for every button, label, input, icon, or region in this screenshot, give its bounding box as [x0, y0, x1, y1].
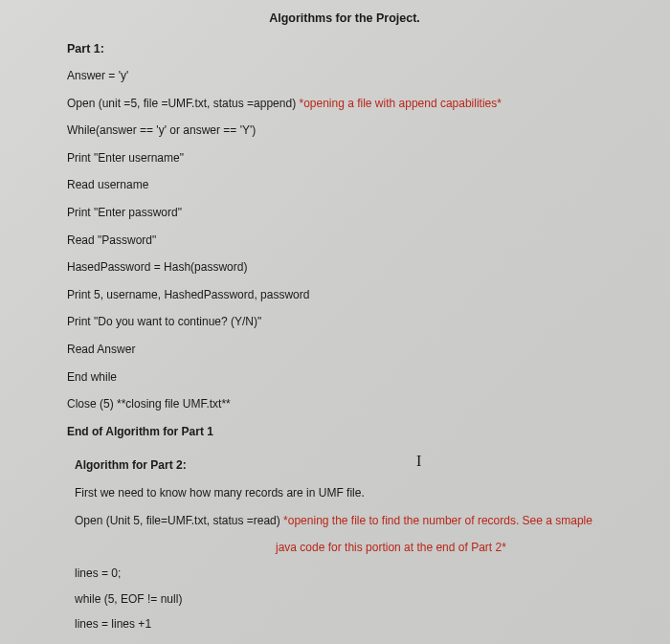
code-comment-cont: java code for this portion at the end of…: [276, 541, 622, 554]
code-line: lines = lines +1: [75, 617, 622, 633]
code-text: While(answer == 'y' or answer == 'Y'): [67, 123, 256, 137]
code-line: Read "Password": [67, 233, 622, 249]
part1-header: Part 1:: [67, 42, 622, 56]
code-line: Print "Enter username": [67, 151, 622, 167]
code-text: Print "Enter password": [67, 206, 182, 219]
text-cursor: I: [416, 453, 421, 470]
code-text: HasedPassword = Hash(password): [67, 260, 247, 274]
code-line: HasedPassword = Hash(password): [67, 260, 622, 276]
code-line: Print "Enter password": [67, 206, 622, 221]
code-text: Read Answer: [67, 343, 135, 356]
code-text: Print 5, username, HashedPassword, passw…: [67, 288, 309, 301]
code-text: Read username: [67, 178, 148, 191]
code-text: Print "Enter username": [67, 151, 184, 165]
code-line: Answer = 'y': [67, 69, 622, 84]
code-line: End while: [67, 370, 622, 386]
code-line: Print 5, username, HashedPassword, passw…: [67, 288, 622, 303]
code-line: Read Answer: [67, 343, 622, 358]
code-comment: *opening a file with append capabilities…: [299, 97, 501, 110]
part2-block: I Algorithm for Part 2: First we need to…: [67, 458, 622, 644]
code-text: Open (Unit 5, file=UMF.txt, status =read…: [75, 514, 283, 527]
document-page: Algorithms for the Project. Part 1: Answ…: [0, 11, 670, 644]
page-title: Algorithms for the Project.: [67, 11, 622, 25]
part2-header: Algorithm for Part 2:: [75, 458, 622, 474]
code-text: End of Algorithm for Part 1: [67, 425, 213, 438]
code-line: while (5, EOF != null): [75, 592, 622, 608]
code-line: Read username: [67, 178, 622, 193]
code-text: Answer = 'y': [67, 69, 128, 82]
code-comment: *opening the file to find the number of …: [283, 514, 592, 527]
code-text: Open (unit =5, file =UMF.txt, status =ap…: [67, 97, 299, 110]
intro-line: First we need to know how many records a…: [75, 486, 622, 501]
code-line: While(answer == 'y' or answer == 'Y'): [67, 123, 622, 139]
code-line: Open (unit =5, file =UMF.txt, status =ap…: [67, 97, 622, 112]
code-text: Print "Do you want to continue? (Y/N)": [67, 315, 261, 328]
code-text: Close (5) **closing file UMF.txt**: [67, 397, 231, 411]
code-line: Close (5) **closing file UMF.txt**: [67, 397, 622, 412]
code-text: End while: [67, 370, 117, 384]
code-text: Read "Password": [67, 233, 156, 247]
code-line: Print "Do you want to continue? (Y/N)": [67, 315, 622, 330]
code-line: End of Algorithm for Part 1: [67, 425, 622, 440]
code-line: lines = 0;: [75, 566, 622, 582]
code-line: Open (Unit 5, file=UMF.txt, status =read…: [75, 514, 622, 529]
